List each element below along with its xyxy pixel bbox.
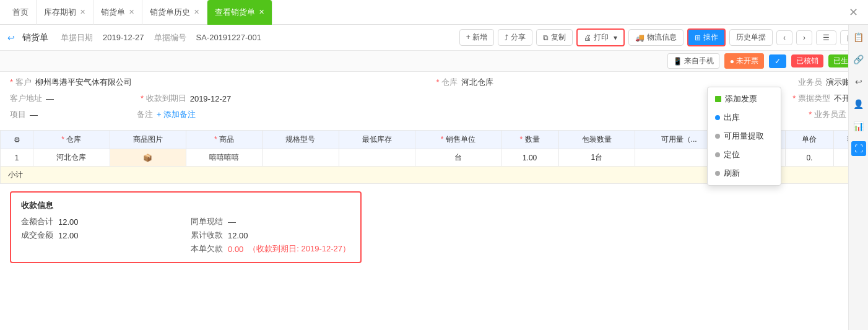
row-pack-qty: 1台 — [558, 149, 635, 167]
copy-button[interactable]: ⧉ 复制 — [536, 29, 573, 46]
address-field: 客户地址 — — [10, 93, 54, 104]
print-icon: 🖨 — [584, 33, 591, 42]
row-price: 0. — [786, 149, 834, 167]
print-button[interactable]: 🖨 打印 ▾ — [576, 28, 625, 46]
tab-close-sales[interactable]: ✕ — [129, 8, 134, 16]
row-warehouse: 河北仓库 — [33, 149, 110, 167]
tab-sales-order[interactable]: 销货单 ✕ — [93, 0, 142, 25]
phone-icon: 📱 — [673, 57, 682, 66]
right-sidebar: 📋 🔗 ↩ 👤 📊 ⛶ — [848, 25, 868, 330]
payment-title: 收款信息 — [21, 200, 350, 211]
tab-bar: 首页 库存期初 ✕ 销货单 ✕ 销货单历史 ✕ 查看销货单 ✕ ✕ — [0, 0, 868, 25]
view1-button[interactable]: ☰ — [816, 30, 836, 45]
share-icon: ⤴ — [505, 33, 508, 42]
prev-button[interactable]: ‹ — [776, 30, 792, 45]
dot-icon: ● — [730, 57, 734, 66]
main-toolbar: ↩ 销货单 单据日期 2019-12-27 单据编号 SA-20191227-0… — [0, 25, 868, 51]
locate-icon — [715, 152, 720, 157]
staff-label: 业务员 — [798, 77, 822, 88]
new-button[interactable]: + 新增 — [459, 29, 494, 46]
window-close-button[interactable]: ✕ — [844, 6, 863, 19]
col-unit: 销售单位 — [415, 131, 501, 149]
history-button[interactable]: 历史单据 — [729, 29, 773, 46]
tab-sales-history[interactable]: 销货单历史 ✕ — [142, 0, 207, 25]
sidebar-icon-1[interactable]: 📋 — [851, 30, 866, 45]
note-field: 备注 + 添加备注 — [137, 109, 196, 120]
logistics-icon: 🚚 — [635, 33, 644, 42]
cumulative-label: 累计收款 — [191, 230, 223, 241]
from-phone-button[interactable]: 📱 来自手机 — [667, 53, 719, 69]
add-note-button[interactable]: + 添加备注 — [157, 109, 196, 120]
refresh-icon — [715, 171, 720, 176]
dropdown-add-invoice[interactable]: 添加发票 — [708, 90, 781, 108]
note-label: 备注 — [137, 109, 153, 120]
tab-close-inventory[interactable]: ✕ — [80, 8, 85, 16]
customer-field: 客户 柳州粤港平安气体有限公司 — [10, 77, 132, 88]
same-order-value: — — [228, 217, 236, 227]
next-button[interactable]: › — [796, 30, 812, 45]
sidebar-icon-4[interactable]: 👤 — [851, 97, 866, 111]
col-image: 商品图片 — [110, 131, 186, 149]
warehouse-value: 河北仓库 — [461, 77, 493, 88]
ticket-type-label: 票据类型 — [792, 93, 830, 104]
project-field: 项目 — — [10, 109, 38, 120]
row-num: 1 — [1, 149, 33, 167]
owed-note: （收款到期日: 2019-12-27） — [248, 243, 350, 254]
sidebar-icon-2[interactable]: 🔗 — [851, 52, 866, 67]
cumulative-value: 12.00 — [228, 231, 248, 240]
tab-view-sales[interactable]: 查看销货单 ✕ — [207, 0, 272, 25]
number-label: 单据编号 — [154, 32, 186, 43]
payment-total-row: 金额合计 12.00 — [21, 216, 181, 227]
payment-grid: 金额合计 12.00 同单现结 — 成交金额 12.00 累计收款 12.00 — [21, 216, 350, 254]
dropdown-available-qty[interactable]: 可用量提取 — [708, 127, 781, 145]
tab-close-history[interactable]: ✕ — [194, 8, 199, 16]
row-product: 嘻嘻嘻嘻 — [186, 149, 262, 167]
customer-value: 柳州粤港平安气体有限公司 — [35, 77, 132, 88]
sidebar-icon-expand[interactable]: ⛶ — [851, 141, 866, 156]
operation-button[interactable]: ⊞ 操作 — [687, 28, 726, 46]
check-button[interactable]: ✓ — [769, 54, 786, 68]
logistics-button[interactable]: 🚚 物流信息 — [628, 29, 684, 46]
copy-icon: ⧉ — [543, 33, 549, 42]
tab-close-view[interactable]: ✕ — [259, 8, 264, 16]
payment-date-value: 2019-12-27 — [190, 94, 232, 103]
col-pack-qty: 包装数量 — [558, 131, 635, 149]
operation-dropdown: 添加发票 出库 可用量提取 定位 刷新 — [707, 87, 781, 186]
project-value: — — [30, 110, 38, 119]
sub-toolbar: 📱 来自手机 ● 未开票 ✓ 已核销 已生效 — [0, 51, 868, 72]
doc-title: 销货单 — [22, 32, 48, 43]
payment-section: 收款信息 金额合计 12.00 同单现结 — 成交金额 12.00 — [10, 191, 362, 263]
date-value: 2019-12-27 — [103, 33, 144, 42]
tab-home[interactable]: 首页 — [5, 0, 37, 25]
row-image: 📦 — [110, 149, 186, 167]
print-dropdown-arrow[interactable]: ▾ — [614, 33, 617, 42]
payment-owed-row: 本单欠款 0.00 （收款到期日: 2019-12-27） — [191, 243, 350, 254]
col-settings: ⚙ — [1, 131, 33, 149]
operation-icon: ⊞ — [695, 33, 701, 42]
tab-inventory-init[interactable]: 库存期初 ✕ — [37, 0, 93, 25]
doc-meta: 单据日期 2019-12-27 单据编号 SA-20191227-001 — [61, 32, 261, 43]
date-label: 单据日期 — [61, 32, 93, 43]
dropdown-refresh[interactable]: 刷新 — [708, 164, 781, 183]
number-value: SA-20191227-001 — [196, 33, 262, 42]
col-product: 商品 — [186, 131, 262, 149]
dropdown-locate[interactable]: 定位 — [708, 145, 781, 164]
address-value: — — [46, 94, 54, 103]
not-opened-button[interactable]: ● 未开票 — [724, 53, 764, 69]
cancel-badge: 已核销 — [791, 54, 823, 67]
sidebar-icon-5[interactable]: 📊 — [851, 119, 866, 134]
same-order-label: 同单现结 — [191, 216, 223, 227]
payment-date-label: 收款到期日 — [141, 93, 186, 104]
row-spec — [263, 149, 339, 167]
outbound-icon — [715, 115, 720, 120]
col-min-stock: 最低库存 — [339, 131, 415, 149]
dropdown-outbound[interactable]: 出库 — [708, 108, 781, 127]
col-spec: 规格型号 — [263, 131, 339, 149]
doc-icon: ↩ — [7, 33, 15, 43]
share-button[interactable]: ⤴ 分享 — [498, 29, 532, 46]
sidebar-icon-3[interactable]: ↩ — [851, 74, 866, 89]
payment-area: 收款信息 金额合计 12.00 同单现结 — 成交金额 12.00 — [0, 184, 868, 271]
owed-label: 本单欠款 — [191, 243, 223, 254]
payment-date-field: 收款到期日 2019-12-27 — [141, 93, 231, 104]
payment-same-order-row: 同单现结 — — [191, 216, 350, 227]
